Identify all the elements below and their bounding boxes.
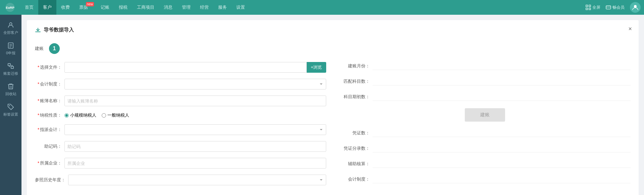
reference-year-select[interactable]	[68, 175, 326, 185]
svg-rect-4	[586, 8, 588, 10]
required-star-accounting: *	[38, 81, 39, 86]
required-star-tax: *	[38, 113, 39, 118]
svg-point-18	[9, 105, 10, 106]
required-star-file: *	[38, 65, 39, 70]
ledger-name-input[interactable]	[64, 95, 326, 106]
tax-type-general-label: 一般纳税人	[107, 112, 129, 118]
match-subject-row: 匹配科目数：	[340, 77, 631, 85]
nav-item-customer[interactable]: 客户	[38, 0, 56, 15]
assign-accountant-label: *指派会计：	[35, 127, 62, 133]
svg-text:EaRP: EaRP	[6, 6, 14, 9]
step-label: 建账	[35, 46, 44, 52]
assign-accountant-row: *指派会计：	[35, 124, 326, 135]
ledger-name-label: *账簿名称：	[35, 98, 62, 104]
sidebar-item-tag-settings[interactable]: 标签设置	[0, 100, 21, 120]
step-circle: 1	[49, 43, 60, 54]
right-accounting-system-row: 会计制度：	[340, 175, 631, 183]
browse-button[interactable]: +浏览	[307, 62, 326, 73]
svg-rect-10	[8, 43, 13, 49]
form-section: 建账 1 *选择文件： +浏览	[35, 43, 631, 191]
svg-rect-5	[589, 8, 591, 10]
right-accounting-system-value	[373, 175, 631, 183]
user-icon	[7, 21, 14, 29]
owner-company-label: *所属企业：	[35, 160, 62, 166]
dialog-title: 导爷数据导入	[44, 27, 74, 33]
owner-company-input[interactable]	[64, 158, 326, 169]
nav-item-settings[interactable]: 设置	[232, 0, 250, 15]
build-month-label: 建账月份：	[340, 63, 370, 69]
svg-rect-3	[589, 5, 591, 7]
report-icon	[7, 42, 14, 49]
user-avatar[interactable]	[630, 2, 641, 13]
avatar-icon	[632, 4, 639, 11]
sidebar-label-zero-report: 0申报	[6, 51, 15, 56]
form-right: 建账月份： 匹配科目数： 科目期初数： 建账	[340, 43, 631, 191]
tax-type-general[interactable]: 一般纳税人	[102, 112, 129, 118]
tax-type-small-radio[interactable]	[64, 113, 69, 118]
voucher-records-value	[373, 144, 631, 152]
match-subject-label: 匹配科目数：	[340, 78, 370, 84]
form-left: 建账 1 *选择文件： +浏览	[35, 43, 326, 191]
required-star-company: *	[38, 160, 39, 166]
sidebar-label-tag-settings: 标签设置	[3, 112, 18, 117]
voucher-count-row: 凭证数：	[340, 129, 631, 137]
tag-icon	[7, 103, 14, 111]
fullscreen-button[interactable]: 全屏	[586, 5, 600, 10]
fullscreen-icon	[586, 5, 591, 10]
tax-type-label: *纳税性质：	[35, 112, 62, 118]
close-button[interactable]: ×	[628, 25, 632, 32]
file-input-wrapper: +浏览	[64, 62, 326, 73]
logo[interactable]: EaRP	[3, 1, 17, 14]
tax-type-general-radio[interactable]	[102, 113, 106, 118]
owner-company-row: *所属企业：	[35, 158, 326, 169]
member-icon	[606, 5, 611, 10]
file-text-input[interactable]	[64, 62, 307, 73]
build-month-row: 建账月份：	[340, 62, 631, 70]
main-layout: 全部客户 0申报 账套迁移 回收站	[0, 15, 644, 195]
main-content: 导爷数据导入 × 建账 1 *选择文件：	[21, 15, 644, 195]
tax-type-row: *纳税性质： 小规模纳税人 一般纳税人	[35, 112, 326, 118]
subject-initial-label: 科目期初数：	[340, 94, 370, 100]
svg-point-9	[9, 23, 12, 25]
ledger-name-row: *账簿名称：	[35, 95, 326, 106]
required-star-ledger: *	[38, 98, 39, 103]
svg-point-8	[634, 5, 637, 8]
right-accounting-system-label: 会计制度：	[340, 176, 370, 182]
nav-item-tax[interactable]: 报税	[114, 0, 132, 15]
sidebar-item-migrate[interactable]: 账套迁移	[0, 59, 21, 79]
sidebar-label-trash: 回收站	[5, 91, 16, 96]
nav-item-home[interactable]: 首页	[20, 0, 38, 15]
sidebar-item-all-customers[interactable]: 全部客户	[0, 18, 21, 39]
nav-item-charge[interactable]: 收费	[56, 0, 75, 15]
dialog-card: 导爷数据导入 × 建账 1 *选择文件：	[27, 20, 639, 195]
sidebar-item-zero-report[interactable]: 0申报	[0, 39, 21, 59]
voucher-count-value	[373, 129, 631, 137]
accounting-system-select[interactable]	[64, 79, 326, 89]
nav-item-service[interactable]: 服务	[213, 0, 232, 15]
nav-item-operation[interactable]: 经营	[195, 0, 213, 15]
nav-item-commerce[interactable]: 工商项目	[132, 0, 159, 15]
nav-right: 全屏 畅会员	[586, 2, 641, 13]
nav-item-bookkeeping[interactable]: 记账	[96, 0, 114, 15]
step-indicator: 建账 1	[35, 43, 326, 54]
tax-type-small[interactable]: 小规模纳税人	[64, 112, 96, 118]
memo-code-row: 助记码：	[35, 141, 326, 152]
match-subject-value	[373, 77, 631, 85]
import-icon	[35, 27, 41, 33]
nav-item-message[interactable]: 消息	[159, 0, 177, 15]
nav-item-invoice[interactable]: 票据 new	[75, 0, 96, 15]
assign-accountant-select[interactable]	[64, 124, 326, 135]
sidebar-item-trash[interactable]: 回收站	[0, 79, 21, 100]
subject-initial-row: 科目期初数：	[340, 93, 631, 101]
auxiliary-label: 辅助核算：	[340, 161, 370, 167]
migrate-icon	[7, 62, 14, 70]
nav-item-manage[interactable]: 管理	[177, 0, 195, 15]
member-label: 畅会员	[612, 5, 625, 10]
build-button[interactable]: 建账	[465, 108, 505, 122]
memo-code-input[interactable]	[64, 141, 326, 152]
member-button[interactable]: 畅会员	[606, 5, 625, 10]
voucher-records-label: 凭证分录数：	[340, 145, 370, 151]
file-select-row: *选择文件： +浏览	[35, 62, 326, 73]
memo-code-label: 助记码：	[35, 143, 62, 149]
card-header: 导爷数据导入	[35, 27, 631, 33]
